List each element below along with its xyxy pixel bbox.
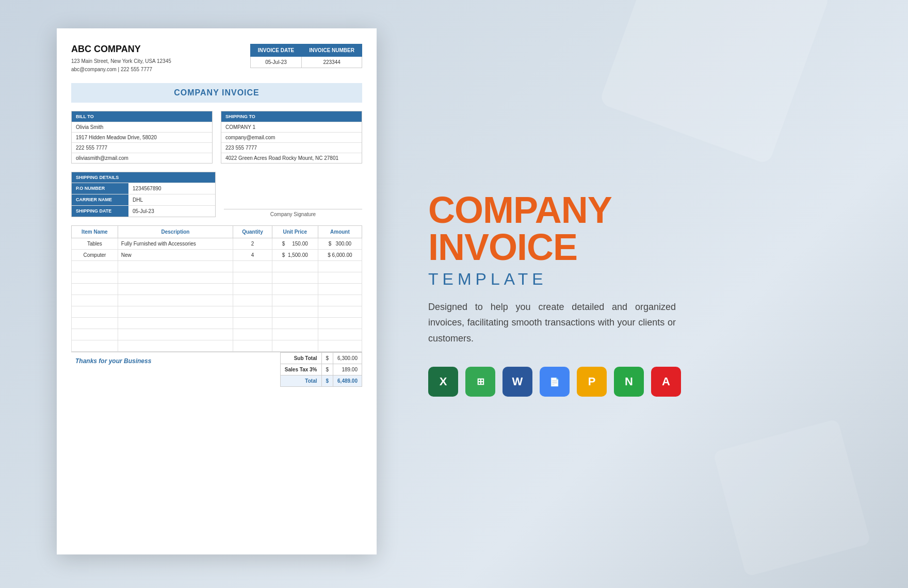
invoice-title: COMPANY INVOICE [174, 88, 260, 97]
table-row [72, 329, 362, 340]
bill-to-header: BILL TO [72, 111, 212, 122]
subtotal-dollar: $ [321, 353, 333, 364]
item-qty: 2 [233, 238, 272, 250]
table-row [72, 272, 362, 284]
item-unit-price: $ 1,500.00 [272, 250, 318, 261]
col-unit-price: Unit Price [272, 226, 318, 238]
bill-to-block: BILL TO Olivia Smith 1917 Hidden Meadow … [71, 111, 213, 164]
shipping-date-value: 05-Jul-23 [128, 206, 215, 217]
invoice-document: ABC COMPANY 123 Main Street, New York Ci… [57, 28, 377, 554]
col-quantity: Quantity [233, 226, 272, 238]
po-label: P.O NUMBER [72, 183, 128, 194]
date-header: INVOICE DATE [250, 44, 301, 57]
item-description: New [118, 250, 233, 261]
po-value: 1234567890 [128, 183, 215, 194]
tax-row: Sales Tax 3% $ 189.00 [280, 364, 362, 375]
totals-section: Thanks for your Business Sub Total $ 6,3… [71, 352, 362, 387]
shipping-section: SHIPPING DETAILS P.O NUMBER 1234567890 C… [71, 172, 362, 217]
tax-value: 189.00 [333, 364, 362, 375]
invoice-header: ABC COMPANY 123 Main Street, New York Ci… [71, 44, 362, 74]
shipping-date-label: SHIPPING DATE [72, 206, 128, 217]
table-row [72, 318, 362, 329]
tax-label: Sales Tax 3% [280, 364, 321, 375]
ci-description: Designed to help you create detailed and… [428, 299, 676, 347]
total-value: 6,489.00 [333, 375, 362, 387]
word-icon: W [502, 367, 532, 397]
table-row [72, 306, 362, 318]
invoice-meta-table: INVOICE DATE INVOICE NUMBER 05-Jul-23 22… [250, 44, 362, 68]
item-name: Computer [72, 250, 118, 261]
col-description: Description [118, 226, 233, 238]
ci-company-text: COMPANY [428, 191, 867, 228]
ci-heading: COMPANY INVOICE TEMPLATE [428, 191, 867, 289]
shipping-address: 4022 Green Acres Road Rocky Mount, NC 27… [221, 153, 362, 163]
right-panel: COMPANY INVOICE TEMPLATE Designed to hel… [387, 0, 908, 588]
tax-dollar: $ [321, 364, 333, 375]
numbers-icon: N [614, 367, 644, 397]
bill-to-email: oliviasmith@zmail.com [72, 153, 212, 163]
signature-line [224, 209, 362, 209]
items-table: Item Name Description Quantity Unit Pric… [71, 225, 362, 352]
shipping-to-block: SHIPPING TO COMPANY 1 company@email.com … [221, 111, 362, 164]
shipping-email: company@email.com [221, 132, 362, 142]
signature-label: Company Signature [270, 211, 316, 217]
table-row [72, 261, 362, 272]
number-header: INVOICE NUMBER [302, 44, 362, 57]
table-row [72, 295, 362, 306]
bill-to-phone: 222 555 7777 [72, 142, 212, 153]
shipping-phone: 223 555 7777 [221, 142, 362, 153]
shipping-details-header: SHIPPING DETAILS [72, 172, 215, 183]
item-amount: $ 300.00 [318, 238, 362, 250]
acrobat-icon: A [651, 367, 681, 397]
subtotal-label: Sub Total [280, 353, 321, 364]
shipping-to-header: SHIPPING TO [221, 111, 362, 122]
bill-to-name: Olivia Smith [72, 122, 212, 132]
invoice-date: 05-Jul-23 [250, 57, 301, 68]
table-row: Tables Fully Furnished with Accessories … [72, 238, 362, 250]
pages-icon: P [577, 367, 607, 397]
carrier-value: DHL [128, 194, 215, 205]
excel-icon: X [428, 367, 458, 397]
col-amount: Amount [318, 226, 362, 238]
company-info: ABC COMPANY 123 Main Street, New York Ci… [71, 44, 171, 74]
google-sheets-icon: ⊞ [465, 367, 495, 397]
item-description: Fully Furnished with Accessories [118, 238, 233, 250]
item-amount: $ 6,000.00 [318, 250, 362, 261]
carrier-row: CARRIER NAME DHL [72, 194, 215, 205]
carrier-label: CARRIER NAME [72, 194, 128, 205]
total-dollar: $ [321, 375, 333, 387]
table-row [72, 340, 362, 352]
bill-to-street: 1917 Hidden Meadow Drive, 58020 [72, 132, 212, 142]
totals-table: Sub Total $ 6,300.00 Sales Tax 3% $ 189.… [280, 352, 362, 387]
company-name: ABC COMPANY [71, 44, 171, 55]
google-docs-icon: 📄 [540, 367, 570, 397]
item-unit-price: $ 150.00 [272, 238, 318, 250]
address-section: BILL TO Olivia Smith 1917 Hidden Meadow … [71, 111, 362, 164]
po-number-row: P.O NUMBER 1234567890 [72, 183, 215, 194]
table-row [72, 284, 362, 295]
shipping-date-row: SHIPPING DATE 05-Jul-23 [72, 205, 215, 217]
total-row: Total $ 6,489.00 [280, 375, 362, 387]
ci-invoice-text: INVOICE [428, 228, 867, 266]
item-qty: 4 [233, 250, 272, 261]
subtotal-row: Sub Total $ 6,300.00 [280, 353, 362, 364]
col-item-name: Item Name [72, 226, 118, 238]
invoice-number: 223344 [302, 57, 362, 68]
thanks-note: Thanks for your Business [71, 352, 280, 370]
shipping-company: COMPANY 1 [221, 122, 362, 132]
table-row: Computer New 4 $ 1,500.00 $ 6,000.00 [72, 250, 362, 261]
app-icons-row: X ⊞ W 📄 P N A [428, 367, 867, 397]
subtotal-value: 6,300.00 [333, 353, 362, 364]
item-name: Tables [72, 238, 118, 250]
company-address: 123 Main Street, New York City, USA 1234… [71, 57, 171, 66]
invoice-title-bar: COMPANY INVOICE [71, 83, 362, 103]
shipping-details-block: SHIPPING DETAILS P.O NUMBER 1234567890 C… [71, 172, 216, 217]
ci-template-text: TEMPLATE [428, 270, 867, 289]
company-contact: abc@company.com | 222 555 7777 [71, 66, 171, 74]
total-label: Total [280, 375, 321, 387]
signature-block: Company Signature [224, 172, 362, 217]
